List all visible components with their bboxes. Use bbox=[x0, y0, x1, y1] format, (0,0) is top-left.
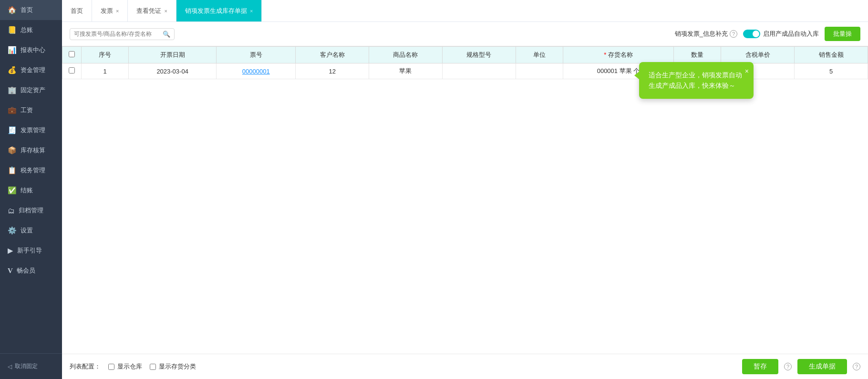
tooltip-close-button[interactable]: × bbox=[745, 66, 749, 76]
col-spec-model: 规格型号 bbox=[442, 47, 516, 63]
cell-seq: 1 bbox=[82, 63, 129, 79]
sidebar-item-archive[interactable]: 🗂 归档管理 bbox=[0, 200, 62, 221]
sidebar-item-fixed-assets-label: 固定资产 bbox=[21, 86, 45, 95]
col-product-name: 商品名称 bbox=[369, 47, 443, 63]
bottom-buttons: 暂存 ? 生成单据 ? bbox=[742, 359, 860, 374]
sidebar-item-payroll-label: 工资 bbox=[21, 106, 33, 115]
list-config-label: 列表配置： bbox=[70, 362, 101, 371]
col-inventory-name: * 存货名称 bbox=[563, 47, 674, 63]
select-all-checkbox[interactable] bbox=[69, 51, 75, 57]
search-box[interactable]: 🔍 bbox=[70, 28, 175, 40]
cell-checkbox bbox=[62, 63, 82, 79]
sidebar-item-tax-management-label: 税务管理 bbox=[21, 166, 45, 175]
generate-button[interactable]: 生成单据 bbox=[797, 359, 847, 374]
sidebar-item-home[interactable]: 🏠 首页 bbox=[0, 0, 62, 20]
bottom-bar: 列表配置： 显示仓库 显示存货分类 暂存 ? 生成单据 ? bbox=[62, 354, 868, 379]
sidebar-item-guide-label: 新手引导 bbox=[17, 246, 42, 255]
tooltip-arrow bbox=[634, 72, 639, 79]
inventory-icon: 📦 bbox=[8, 146, 17, 155]
info-help-icon[interactable]: ? bbox=[730, 30, 737, 38]
tab-invoice-label: 发票 bbox=[101, 7, 113, 15]
sidebar-item-inventory-check[interactable]: 📦 库存核算 bbox=[0, 140, 62, 160]
search-input[interactable] bbox=[74, 31, 160, 37]
cell-ticket-no: 00000001 bbox=[217, 63, 296, 79]
tab-sales-return[interactable]: 销项发票生成库存单据 × bbox=[176, 0, 262, 21]
sidebar-item-payroll[interactable]: 💼 工资 bbox=[0, 100, 62, 120]
table-header-row: 序号 开票日期 票号 客户名称 商品名称 规格型号 单位 * 存货名称 数量 含… bbox=[62, 47, 868, 63]
tooltip-text: 适合生产型企业，销项发票自动生成产成品入库，快来体验～ bbox=[649, 71, 742, 89]
member-icon: V bbox=[8, 267, 13, 275]
sidebar-item-inventory-check-label: 库存核算 bbox=[21, 146, 45, 155]
cell-open-date: 2023-03-04 bbox=[128, 63, 216, 79]
tab-invoice[interactable]: 发票 × bbox=[92, 0, 128, 21]
sidebar: 🏠 首页 📒 总账 📊 报表中心 💰 资金管理 🏢 固定资产 💼 工资 🧾 发票… bbox=[0, 0, 62, 379]
tab-bar: 首页 发票 × 查看凭证 × 销项发票生成库存单据 × bbox=[62, 0, 868, 22]
tab-sales-return-label: 销项发票生成库存单据 bbox=[185, 7, 247, 15]
row-checkbox[interactable] bbox=[69, 67, 75, 74]
info-label: 销项发票_信息补充 ? bbox=[675, 30, 737, 38]
toggle-wrapper: 启用产成品自动入库 bbox=[743, 30, 819, 38]
toolbar: 🔍 销项发票_信息补充 ? 启用产成品自动入库 批量操 bbox=[62, 22, 868, 46]
col-open-date: 开票日期 bbox=[128, 47, 216, 63]
cell-product-name: 苹果 bbox=[369, 63, 443, 79]
col-customer-name: 客户名称 bbox=[296, 47, 369, 63]
sidebar-item-report-center[interactable]: 📊 报表中心 bbox=[0, 40, 62, 60]
batch-button[interactable]: 批量操 bbox=[825, 27, 860, 41]
col-sales-amount: 销售金额 bbox=[795, 47, 868, 63]
sidebar-item-general-ledger-label: 总账 bbox=[21, 26, 33, 34]
col-after-tax-price: 含税单价 bbox=[721, 47, 795, 63]
guide-icon: ▶ bbox=[8, 246, 13, 255]
assets-icon: 🏢 bbox=[8, 86, 17, 95]
sidebar-item-fund-management[interactable]: 💰 资金管理 bbox=[0, 60, 62, 80]
show-inventory-category-checkbox[interactable] bbox=[150, 364, 156, 370]
pin-icon: ◁ bbox=[8, 363, 12, 370]
report-icon: 📊 bbox=[8, 46, 17, 54]
sidebar-item-invoice-management[interactable]: 🧾 发票管理 bbox=[0, 120, 62, 140]
tab-sales-return-close[interactable]: × bbox=[250, 8, 253, 14]
sidebar-item-home-label: 首页 bbox=[21, 6, 33, 14]
tab-home[interactable]: 首页 bbox=[62, 0, 92, 21]
main-area: 首页 发票 × 查看凭证 × 销项发票生成库存单据 × 🔍 销项发票_信息补充 bbox=[62, 0, 868, 379]
col-ticket-no: 票号 bbox=[217, 47, 296, 63]
info-label-text: 销项发票_信息补充 bbox=[675, 30, 728, 38]
show-inventory-category-label[interactable]: 显示存货分类 bbox=[150, 362, 196, 371]
sidebar-item-tax-management[interactable]: 📋 税务管理 bbox=[0, 160, 62, 180]
sidebar-item-fund-management-label: 资金管理 bbox=[21, 66, 45, 74]
tab-view-voucher-label: 查看凭证 bbox=[136, 7, 161, 15]
cell-spec-model bbox=[442, 63, 516, 79]
tab-invoice-close[interactable]: × bbox=[116, 8, 119, 14]
home-icon: 🏠 bbox=[8, 6, 17, 14]
cell-unit bbox=[516, 63, 563, 79]
invoice-icon: 🧾 bbox=[8, 126, 17, 135]
toolbar-right: 销项发票_信息补充 ? 启用产成品自动入库 批量操 bbox=[675, 27, 860, 41]
sidebar-pin-label: 取消固定 bbox=[15, 362, 38, 370]
sidebar-item-fixed-assets[interactable]: 🏢 固定资产 bbox=[0, 80, 62, 100]
show-warehouse-text: 显示仓库 bbox=[117, 362, 142, 371]
fund-icon: 💰 bbox=[8, 66, 17, 74]
tab-view-voucher-close[interactable]: × bbox=[164, 8, 167, 14]
auto-stock-toggle[interactable] bbox=[743, 30, 760, 38]
sidebar-pin-toggle[interactable]: ◁ 取消固定 bbox=[0, 358, 62, 375]
col-quantity: 数量 bbox=[674, 47, 721, 63]
col-seq: 序号 bbox=[82, 47, 129, 63]
ledger-icon: 📒 bbox=[8, 26, 17, 34]
save-help-icon[interactable]: ? bbox=[784, 363, 792, 370]
sidebar-item-archive-label: 归档管理 bbox=[19, 206, 43, 215]
tax-icon: 📋 bbox=[8, 166, 17, 175]
show-warehouse-label[interactable]: 显示仓库 bbox=[108, 362, 142, 371]
ticket-no-link[interactable]: 00000001 bbox=[242, 68, 270, 75]
sidebar-item-guide[interactable]: ▶ 新手引导 bbox=[0, 241, 62, 261]
sidebar-item-general-ledger[interactable]: 📒 总账 bbox=[0, 20, 62, 40]
search-icon: 🔍 bbox=[163, 31, 170, 38]
tab-view-voucher[interactable]: 查看凭证 × bbox=[128, 0, 176, 21]
cell-customer-name: 12 bbox=[296, 63, 369, 79]
sidebar-item-member[interactable]: V 畅会员 bbox=[0, 261, 62, 281]
payroll-icon: 💼 bbox=[8, 106, 17, 115]
save-button[interactable]: 暂存 bbox=[742, 359, 778, 374]
generate-help-icon[interactable]: ? bbox=[853, 363, 860, 370]
sidebar-item-settlement[interactable]: ✅ 结账 bbox=[0, 180, 62, 200]
show-warehouse-checkbox[interactable] bbox=[108, 364, 114, 370]
col-checkbox bbox=[62, 47, 82, 63]
sidebar-item-settings[interactable]: ⚙️ 设置 bbox=[0, 221, 62, 241]
sidebar-item-settings-label: 设置 bbox=[21, 226, 33, 235]
